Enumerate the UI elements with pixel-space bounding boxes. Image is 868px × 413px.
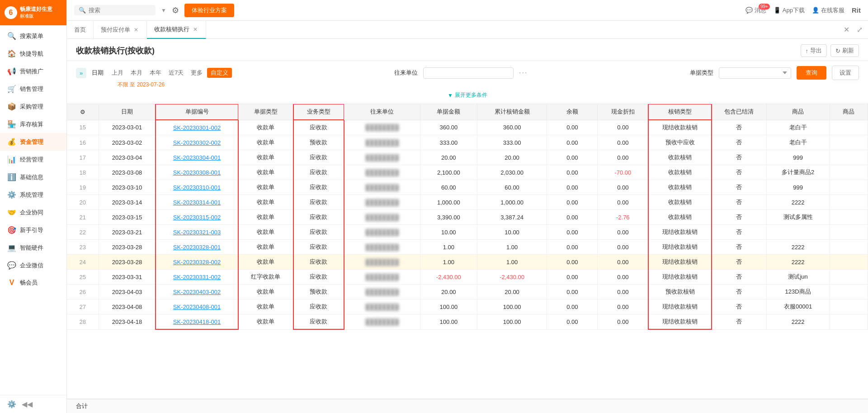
th-product1[interactable]: 商品	[766, 104, 830, 120]
refresh-button[interactable]: ↻ 刷新	[830, 44, 859, 57]
cell-partner: ████████	[344, 270, 420, 285]
partner-input[interactable]	[423, 67, 514, 79]
user-menu[interactable]: Rit	[852, 6, 861, 14]
cell-amount: 10.00	[420, 225, 477, 240]
sidebar-item-label: 搜索菜单	[20, 32, 43, 40]
query-button[interactable]: 查询	[797, 66, 826, 80]
docno-link[interactable]: SK-20230304-001	[173, 154, 221, 161]
cell-partner: ████████	[344, 150, 420, 165]
sidebar-item-label: 销售管理	[20, 85, 43, 93]
th-balance[interactable]: 余额	[547, 104, 598, 120]
setting-button[interactable]: 设置	[832, 66, 859, 80]
close-window-icon[interactable]: ✕	[842, 24, 851, 36]
cell-product1: 123D商品	[766, 285, 830, 299]
export-button[interactable]: ↑ 导出	[801, 44, 827, 57]
th-writeofftype[interactable]: 核销类型	[648, 104, 712, 120]
cell-accum: -2,430.00	[477, 270, 547, 285]
dropdown-arrow-icon[interactable]: ▼	[161, 7, 166, 14]
tab-prepay[interactable]: 预付应付单 ✕	[94, 21, 147, 39]
doc-type-select[interactable]	[719, 67, 791, 79]
sidebar-item-search[interactable]: 🔍 搜索菜单	[0, 27, 66, 45]
th-settings[interactable]: ⚙	[67, 104, 99, 120]
th-settled[interactable]: 包含已结清	[712, 104, 766, 120]
docno-link[interactable]: SK-20230328-002	[173, 259, 221, 266]
sidebar-item-purchase[interactable]: 📦 采购管理	[0, 98, 66, 115]
th-partner[interactable]: 往来单位	[344, 104, 420, 120]
th-amount[interactable]: 单据金额	[420, 104, 477, 120]
cell-rownum: 17	[67, 150, 99, 165]
cell-discount: 0.00	[598, 314, 648, 330]
last-month-btn[interactable]: 上月	[109, 68, 126, 78]
message-button[interactable]: 💬 消息 99+	[745, 6, 766, 14]
docno-link[interactable]: SK-20230308-001	[173, 169, 221, 176]
tab-writeoff[interactable]: 收款核销执行 ✕	[147, 21, 206, 39]
th-docno[interactable]: 单据编号	[156, 104, 238, 120]
th-accum[interactable]: 累计核销金额	[477, 104, 547, 120]
sidebar-item-hardware[interactable]: 💻 智能硬件	[0, 239, 66, 256]
sidebar-item-collab[interactable]: 🤝 企业协同	[0, 204, 66, 221]
table-row: 27 2023-04-08 SK-20230408-001 收款单 应收款 ██…	[67, 299, 868, 314]
cell-docno: SK-20230328-001	[156, 240, 238, 255]
settings-footer-icon[interactable]: ⚙️	[7, 400, 16, 408]
custom-date-btn[interactable]: 自定义	[207, 68, 232, 78]
more-options-icon[interactable]: ···	[519, 69, 528, 77]
cell-accum: 100.00	[477, 299, 547, 314]
docno-link[interactable]: SK-20230310-001	[173, 184, 221, 191]
tab-home[interactable]: 首页	[67, 21, 94, 39]
docno-link[interactable]: SK-20230331-002	[173, 274, 221, 280]
topbar-search-box[interactable]: 🔍	[74, 5, 156, 15]
sidebar-item-finance[interactable]: 💰 资金管理	[0, 133, 66, 151]
search-input[interactable]	[89, 7, 143, 14]
this-year-btn[interactable]: 本年	[147, 68, 164, 78]
docno-link[interactable]: SK-20230314-001	[173, 199, 221, 206]
docno-link[interactable]: SK-20230418-001	[173, 318, 221, 325]
docno-link[interactable]: SK-20230408-001	[173, 304, 221, 310]
sidebar-item-member[interactable]: V 畅会员	[0, 274, 66, 291]
th-discount[interactable]: 现金折扣	[598, 104, 648, 120]
sidebar-item-guide[interactable]: 🎯 新手引导	[0, 221, 66, 239]
docno-link[interactable]: SK-20230321-003	[173, 229, 221, 236]
th-product2[interactable]: 商品	[830, 104, 868, 120]
sidebar-item-system[interactable]: ⚙️ 系统管理	[0, 186, 66, 204]
sidebar-menu: 🔍 搜索菜单 🏠 快捷导航 📢 营销推广 🛒 销售管理 📦 采购管理 🏪 库存核…	[0, 25, 66, 395]
more-date-btn[interactable]: 更多	[188, 68, 205, 78]
sidebar-item-basic[interactable]: ℹ️ 基础信息	[0, 168, 66, 186]
maximize-icon[interactable]: ⤢	[855, 24, 864, 36]
cell-docno: SK-20230408-001	[156, 299, 238, 314]
tab-writeoff-close[interactable]: ✕	[192, 25, 198, 33]
docno-link[interactable]: SK-20230301-002	[173, 124, 221, 131]
docno-link[interactable]: SK-20230328-001	[173, 244, 221, 251]
table-scroll[interactable]: ⚙ 日期 单据编号 单据类型 业务类型 往来单位 单据金额 累计核销金额 余额 …	[67, 104, 868, 399]
cell-rownum: 15	[67, 120, 99, 135]
docno-link[interactable]: SK-20230403-002	[173, 289, 221, 295]
th-date[interactable]: 日期	[99, 104, 156, 120]
expand-more-btn[interactable]: ▼ 展开更多条件	[448, 91, 487, 99]
filter-expand-btn[interactable]: »	[76, 68, 86, 78]
sidebar-item-wxwork[interactable]: 💬 企业微信	[0, 256, 66, 274]
cell-settled: 否	[712, 255, 766, 270]
last7-btn[interactable]: 近7天	[166, 68, 186, 78]
content-area: 收款核销执行(按收款) ↑ 导出 ↻ 刷新 » 日期 上月 本月	[67, 39, 868, 413]
th-doctype[interactable]: 单据类型	[238, 104, 293, 120]
sidebar-item-business[interactable]: 📊 经营管理	[0, 151, 66, 168]
sidebar-item-quicknav[interactable]: 🏠 快捷导航	[0, 45, 66, 62]
cell-product2	[830, 314, 868, 330]
online-service-button[interactable]: 👤 在线客服	[812, 6, 844, 14]
docno-link[interactable]: SK-20230302-002	[173, 139, 221, 146]
search-icon: 🔍	[79, 7, 86, 14]
gear-icon[interactable]: ⚙	[172, 5, 179, 15]
collapse-icon[interactable]: ◀◀	[22, 400, 33, 408]
cell-biztype: 应收款	[293, 225, 344, 240]
app-download-button[interactable]: 📱 App下载	[774, 6, 805, 14]
sidebar-item-sales[interactable]: 🛒 销售管理	[0, 80, 66, 98]
export-icon: ↑	[806, 47, 809, 54]
sidebar-item-inventory[interactable]: 🏪 库存核算	[0, 115, 66, 133]
sidebar-item-marketing[interactable]: 📢 营销推广	[0, 62, 66, 80]
cell-date: 2023-03-02	[99, 135, 156, 150]
docno-link[interactable]: SK-20230315-002	[173, 214, 221, 221]
cell-partner: ████████	[344, 255, 420, 270]
tab-prepay-close[interactable]: ✕	[133, 26, 139, 34]
solution-button[interactable]: 体验行业方案	[184, 4, 234, 17]
th-biztype[interactable]: 业务类型	[293, 104, 344, 120]
this-month-btn[interactable]: 本月	[128, 68, 145, 78]
